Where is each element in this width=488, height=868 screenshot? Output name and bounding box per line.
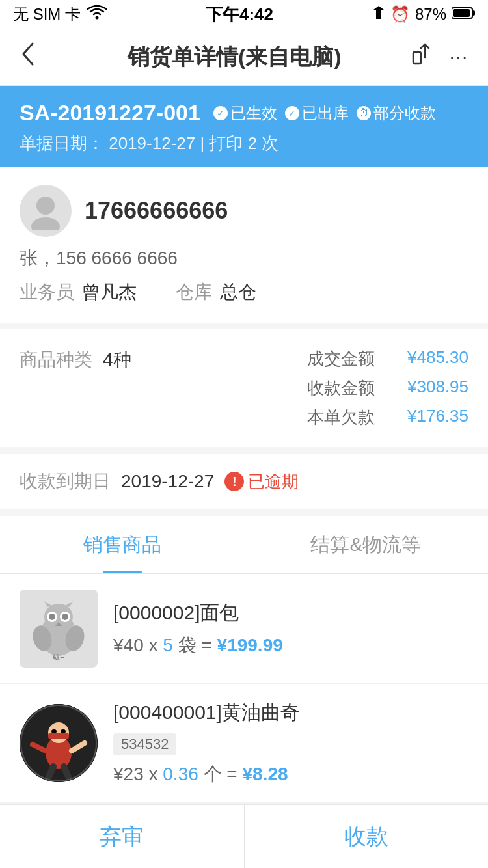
price-total-1: ¥199.99 <box>217 635 283 655</box>
product-thumbnail-2 <box>20 704 98 782</box>
warehouse-label: 仓库 <box>176 280 212 305</box>
svg-point-0 <box>96 16 99 20</box>
deal-amount-value: ¥485.30 <box>390 347 468 370</box>
product-type-count: 4种 <box>103 347 131 372</box>
svg-point-7 <box>31 217 60 230</box>
status-badge-partial: ⏱ 部分收款 <box>357 103 436 124</box>
customer-phone: 17666666666 <box>85 197 228 224</box>
price-total-2: ¥8.28 <box>242 764 288 784</box>
price-unit-1: 袋 <box>178 635 197 655</box>
warehouse-info: 仓库 总仓 <box>176 280 256 305</box>
product-thumbnail-1: 鲸+ <box>20 590 98 668</box>
status-bar-left: 无 SIM 卡 <box>13 4 107 25</box>
overdue-badge: ! 已逾期 <box>224 470 299 493</box>
svg-rect-4 <box>413 52 421 64</box>
battery-text: 87% <box>415 5 446 23</box>
share-icon[interactable] <box>411 43 434 72</box>
carrier-text: 无 SIM 卡 <box>13 4 81 25</box>
due-label: 收款到期日 <box>20 469 111 494</box>
payment-due-section: 收款到期日 2019-12-27 ! 已逾期 <box>0 454 488 516</box>
owed-value: ¥176.35 <box>390 406 468 429</box>
amount-summary: 成交金额 ¥485.30 收款金额 ¥308.95 本单欠款 ¥176.35 <box>307 347 468 429</box>
status-badge-shipped: ✓ 已出库 <box>285 103 349 124</box>
overdue-icon: ! <box>224 472 244 491</box>
tab-settlement[interactable]: 结算&物流等 <box>244 516 488 573</box>
svg-rect-2 <box>472 10 475 16</box>
price-qty-1: 5 <box>163 635 173 655</box>
wifi-icon <box>87 5 107 23</box>
avatar <box>20 185 72 237</box>
product-type-label: 商品种类 <box>20 347 92 372</box>
warehouse-name: 总仓 <box>220 280 256 305</box>
due-date: 2019-12-27 <box>121 471 214 492</box>
price-base-2: ¥23 <box>113 764 144 784</box>
more-icon[interactable]: ··· <box>450 47 468 68</box>
product-info-2: [000400001]黄油曲奇 534532 ¥23 x 0.36 个 = ¥8… <box>113 699 468 787</box>
list-item: [000400001]黄油曲奇 534532 ¥23 x 0.36 个 = ¥8… <box>0 684 488 803</box>
nav-bar: 销货单详情(来自电脑) ··· <box>0 29 488 86</box>
price-eq-1: = <box>201 635 217 655</box>
svg-point-13 <box>62 614 68 620</box>
price-x-2: x <box>149 764 163 784</box>
svg-point-24 <box>51 729 57 733</box>
check-icon-1: ✓ <box>213 106 228 120</box>
price-x-1: x <box>149 635 163 655</box>
status-bar-right: ⏰ 87% <box>372 5 475 24</box>
status-badge-effective: ✓ 已生效 <box>213 103 277 124</box>
cancel-button[interactable]: 弃审 <box>0 805 245 868</box>
product-price-1: ¥40 x 5 袋 = ¥199.99 <box>113 633 468 658</box>
svg-point-12 <box>49 614 55 620</box>
price-qty-2: 0.36 <box>163 764 198 784</box>
received-value: ¥308.95 <box>390 377 468 400</box>
location-icon <box>372 5 385 24</box>
summary-section: 商品种类 4种 成交金额 ¥485.30 收款金额 ¥308.95 本单欠款 ¥… <box>0 329 488 454</box>
svg-point-6 <box>36 197 55 215</box>
bottom-bar: 弃审 收款 <box>0 804 488 868</box>
svg-point-25 <box>61 729 66 733</box>
customer-row1: 17666666666 <box>20 185 468 237</box>
page-title: 销货单详情(来自电脑) <box>128 42 342 72</box>
deal-amount-label: 成交金额 <box>307 347 375 370</box>
received-label: 收款金额 <box>307 377 375 400</box>
status-badges: ✓ 已生效 ✓ 已出库 ⏱ 部分收款 <box>213 103 436 124</box>
product-name-2: [000400001]黄油曲奇 <box>113 699 468 726</box>
clock-icon: ⏱ <box>357 106 371 120</box>
list-item: 鲸+ [0000002]面包 ¥40 x 5 袋 = ¥199.99 <box>0 574 488 684</box>
owed-label: 本单欠款 <box>307 406 375 429</box>
agent-label: 业务员 <box>20 280 74 305</box>
header-banner-date: 单据日期： 2019-12-27 | 打印 2 次 <box>20 132 468 155</box>
agent-info: 业务员 曾凡杰 <box>20 280 137 305</box>
header-banner: SA-20191227-001 ✓ 已生效 ✓ 已出库 ⏱ 部分收款 单据日期：… <box>0 86 488 167</box>
nav-actions: ··· <box>411 43 468 72</box>
tab-underline <box>103 571 142 573</box>
price-base-1: ¥40 <box>113 635 144 655</box>
tab-settlement-label: 结算&物流等 <box>310 532 421 558</box>
customer-sub-info: 张，156 6666 6666 <box>20 246 468 271</box>
svg-text:鲸+: 鲸+ <box>53 653 64 661</box>
owed-amount-row: 本单欠款 ¥176.35 <box>307 406 468 429</box>
alarm-icon: ⏰ <box>390 5 410 23</box>
svg-rect-23 <box>48 733 69 739</box>
product-tag-2: 534532 <box>113 733 176 755</box>
order-number: SA-20191227-001 <box>20 100 200 126</box>
customer-section: 17666666666 张，156 6666 6666 业务员 曾凡杰 仓库 总… <box>0 167 488 329</box>
product-info-1: [0000002]面包 ¥40 x 5 袋 = ¥199.99 <box>113 600 468 658</box>
customer-meta: 业务员 曾凡杰 仓库 总仓 <box>20 280 468 305</box>
tab-sales-label: 销售商品 <box>83 532 161 558</box>
confirm-button[interactable]: 收款 <box>245 805 489 868</box>
product-name-1: [0000002]面包 <box>113 600 468 627</box>
overdue-text: 已逾期 <box>248 470 299 493</box>
product-price-2: ¥23 x 0.36 个 = ¥8.28 <box>113 762 468 787</box>
battery-icon <box>452 5 475 23</box>
deal-amount-row: 成交金额 ¥485.30 <box>307 347 468 370</box>
svg-rect-3 <box>453 9 470 17</box>
received-amount-row: 收款金额 ¥308.95 <box>307 377 468 400</box>
product-list: 鲸+ [0000002]面包 ¥40 x 5 袋 = ¥199.99 <box>0 574 488 803</box>
check-icon-2: ✓ <box>285 106 299 120</box>
back-button[interactable] <box>20 41 59 73</box>
tabs-bar: 销售商品 结算&物流等 <box>0 516 488 574</box>
product-type-summary: 商品种类 4种 <box>20 347 131 372</box>
price-eq-2: = <box>226 764 242 784</box>
agent-name: 曾凡杰 <box>82 280 137 305</box>
tab-sales-products[interactable]: 销售商品 <box>0 516 244 573</box>
